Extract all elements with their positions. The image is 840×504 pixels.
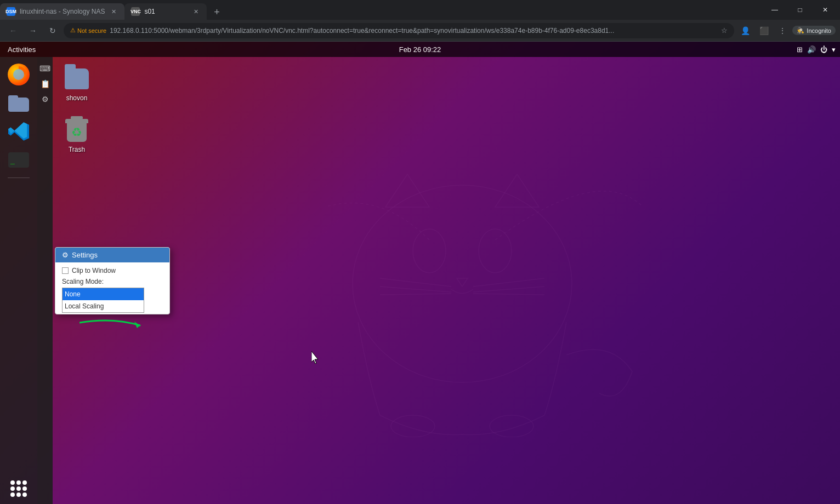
trash-body: ♻ [67, 123, 87, 142]
browser-frame: DSM linuxhint-nas - Synology NAS ✕ VNC s… [0, 0, 840, 504]
incognito-icon: 🕵 [797, 27, 804, 34]
dropdown-options: None Local Scaling [62, 288, 144, 313]
dock-item-terminal[interactable]: _ [5, 147, 32, 173]
svg-line-11 [473, 294, 544, 295]
tab1-close[interactable]: ✕ [109, 7, 118, 16]
scaling-mode-label: Scaling Mode: [62, 278, 163, 285]
svg-marker-2 [495, 174, 539, 207]
warning-icon: ⚠ [70, 27, 76, 34]
url-icons: ☆ [721, 26, 728, 35]
tab1-title: linuxhint-nas - Synology NAS [20, 8, 105, 15]
cat-watermark [270, 108, 654, 437]
svg-point-13 [490, 415, 533, 437]
home-folder-shape [65, 68, 89, 89]
topbar-menu-icon[interactable]: ▾ [832, 45, 836, 54]
svg-point-4 [479, 229, 512, 273]
security-warning: ⚠ Not secure [70, 27, 106, 34]
settings-gear-icon: ⚙ [62, 251, 69, 259]
ubuntu-desktop[interactable]: Activities Feb 26 09:22 ⊞ 🔊 ⏻ ▾ [0, 42, 840, 504]
network-icon[interactable]: ⊞ [797, 45, 803, 54]
settings-popup: ⚙ Settings Clip to Window Scaling Mode: [55, 247, 170, 314]
close-button[interactable]: ✕ [813, 0, 838, 20]
dock-separator [8, 177, 30, 178]
clip-to-window-label: Clip to Window [72, 267, 116, 274]
back-button[interactable]: ← [4, 22, 22, 39]
trash-shape: ♻ [67, 119, 87, 142]
minimize-button[interactable]: — [762, 0, 787, 20]
dock-bottom-area [8, 478, 30, 500]
clip-to-window-checkbox[interactable] [62, 267, 69, 274]
maximize-button[interactable]: □ [787, 0, 813, 20]
novnc-settings-icon[interactable]: ⚙ [39, 93, 51, 105]
tab1-favicon: DSM [7, 7, 15, 16]
ubuntu-topbar: Activities Feb 26 09:22 ⊞ 🔊 ⏻ ▾ [0, 42, 840, 57]
profile-button[interactable]: 👤 [736, 22, 754, 39]
svg-point-0 [353, 185, 572, 382]
power-icon[interactable]: ⏻ [820, 45, 827, 54]
clip-to-window-row: Clip to Window [62, 267, 163, 274]
novnc-keyboard-icon[interactable]: ⌨ [39, 62, 51, 75]
novnc-clipboard-icon[interactable]: 📋 [39, 78, 51, 90]
tab-synology[interactable]: DSM linuxhint-nas - Synology NAS ✕ [0, 3, 124, 20]
settings-body: Clip to Window Scaling Mode: Local Scali… [55, 262, 169, 314]
desktop-icon-trash[interactable]: ♻ Trash [55, 115, 99, 156]
reload-button[interactable]: ↻ [44, 22, 61, 39]
settings-header: ⚙ Settings [55, 248, 169, 262]
security-text: Not secure [77, 27, 106, 34]
bookmark-icon[interactable]: ☆ [721, 26, 728, 35]
home-icon-label: shovon [66, 94, 88, 102]
url-bar[interactable]: ⚠ Not secure 192.168.0.110:5000/webman/3… [64, 23, 734, 38]
svg-line-10 [473, 287, 544, 292]
svg-line-8 [380, 294, 451, 295]
tab-bar: DSM linuxhint-nas - Synology NAS ✕ VNC s… [0, 0, 840, 20]
address-bar: ← → ↻ ⚠ Not secure 192.168.0.110:5000/we… [0, 20, 840, 42]
svg-marker-1 [385, 174, 429, 207]
green-arrow-decoration [80, 314, 145, 331]
dropdown-option-none[interactable]: None [63, 288, 144, 300]
svg-line-6 [380, 278, 451, 287]
vnc-area: Activities Feb 26 09:22 ⊞ 🔊 ⏻ ▾ [0, 42, 840, 504]
tab2-close[interactable]: ✕ [191, 7, 200, 16]
scaling-mode-dropdown[interactable]: Local Scaling None Local Scaling [62, 288, 163, 300]
address-bar-right: 👤 ⬛ ⋮ 🕵 Incognito [736, 22, 836, 39]
dropdown-option-local[interactable]: Local Scaling [63, 300, 144, 312]
recycle-symbol: ♻ [71, 125, 82, 140]
new-tab-button[interactable]: + [209, 4, 224, 20]
trash-icon-label: Trash [69, 146, 85, 153]
dots-grid [10, 480, 27, 497]
incognito-label: Incognito [807, 27, 831, 34]
url-text: 192.168.0.110:5000/webman/3rdparty/Virtu… [110, 27, 718, 35]
tab2-title: s01 [144, 8, 187, 15]
trash-icon-image: ♻ [64, 117, 90, 144]
forward-button[interactable]: → [24, 22, 42, 39]
tab2-favicon: VNC [131, 7, 140, 16]
extensions-button[interactable]: ⬛ [755, 22, 773, 39]
svg-point-12 [391, 415, 435, 437]
home-icon-image [64, 66, 90, 92]
topbar-clock: Feb 26 09:22 [399, 45, 441, 54]
apps-grid-button[interactable] [8, 478, 30, 500]
svg-line-9 [473, 278, 544, 287]
topbar-right: ⊞ 🔊 ⏻ ▾ [797, 45, 836, 54]
desktop-icon-home[interactable]: shovon [55, 64, 99, 104]
svg-line-7 [380, 287, 451, 292]
svg-point-3 [413, 229, 446, 273]
ubuntu-dock: _ [0, 57, 37, 504]
sound-icon[interactable]: 🔊 [807, 45, 816, 54]
incognito-badge: 🕵 Incognito [792, 26, 836, 35]
settings-title: Settings [72, 251, 98, 259]
more-button[interactable]: ⋮ [774, 22, 791, 39]
trash-lid [65, 119, 88, 123]
dock-item-firefox[interactable] [5, 61, 32, 88]
desktop-icons: shovon ♻ Trash [55, 64, 99, 156]
novnc-sidebar: ⌨ 📋 ⚙ [37, 57, 53, 504]
svg-marker-5 [457, 278, 468, 287]
window-controls: — □ ✕ [762, 0, 840, 20]
dock-item-files[interactable] [5, 90, 32, 116]
activities-button[interactable]: Activities [4, 45, 39, 54]
dock-item-vscode[interactable] [5, 118, 32, 145]
tab-vnc[interactable]: VNC s01 ✕ [124, 3, 207, 20]
